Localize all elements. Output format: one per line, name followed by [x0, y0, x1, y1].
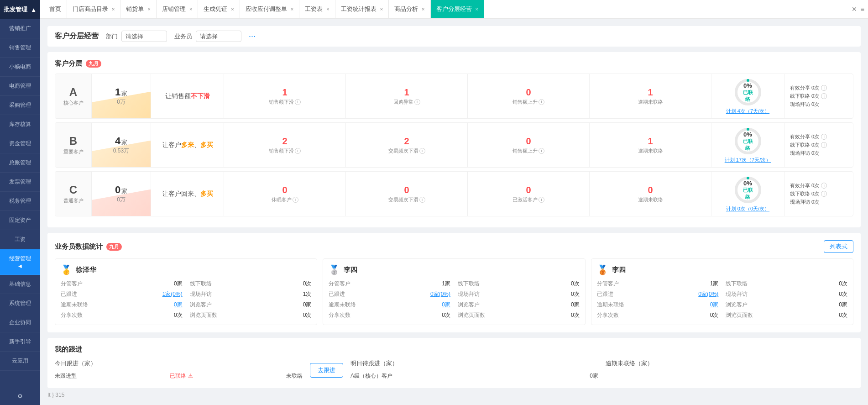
- info-icon[interactable]: i: [821, 191, 827, 197]
- tab-payroll-report[interactable]: 工资统计报表 ×: [335, 0, 389, 18]
- tier-stat-c-2[interactable]: 0 已激活客户 i: [468, 172, 590, 216]
- tab-menu-icon[interactable]: ≡: [861, 5, 864, 13]
- tier-count-b[interactable]: 4 家 0.53万: [92, 123, 151, 167]
- follow-grid: 今日跟进（家） 未跟进型 已联络 ⚠ 未联络 去跟进 明日待跟进（家） A级（核…: [55, 359, 853, 381]
- sp-stats-2: 分管客户 1家 线下联络 0次 已跟进 0家(0%) 现场拜访: [597, 280, 847, 319]
- sp-stat-row: 分管客户 1家: [329, 280, 450, 288]
- tab-sales-order[interactable]: 销货单 ×: [120, 0, 156, 18]
- tier-count-a[interactable]: 1 家 0万: [92, 74, 151, 118]
- sidebar-item-guide[interactable]: 新手引导: [0, 332, 40, 352]
- close-icon[interactable]: ×: [326, 6, 329, 12]
- sidebar-item-sales[interactable]: 销售管理: [0, 38, 40, 58]
- sidebar-item-invoice[interactable]: 发票管理: [0, 173, 40, 192]
- sp-stat-row: 逾期未联络 0家: [61, 301, 183, 309]
- info-icon[interactable]: i: [821, 183, 827, 189]
- close-icon[interactable]: ×: [189, 6, 192, 12]
- tab-customer-tier[interactable]: 客户分层经营 ×: [431, 0, 484, 18]
- my-follow-title: 我的跟进: [55, 345, 853, 354]
- sp-card-0: 🥇 徐泽华 分管客户 0家 线下联络 0次 已跟进: [55, 258, 317, 325]
- tab-product-analysis[interactable]: 商品分析 ×: [389, 0, 430, 18]
- sidebar-item-system[interactable]: 系统管理: [0, 294, 40, 313]
- sidebar-item-finance[interactable]: 资金管理: [0, 134, 40, 153]
- sidebar-item-base-info[interactable]: 基础信息: [0, 275, 40, 294]
- info-icon[interactable]: i: [821, 142, 827, 148]
- circle-plan-link-a[interactable]: 计划 4次（7天/次）: [726, 108, 769, 114]
- tier-stat-c-1[interactable]: 0 交易频次下滑 i: [346, 172, 468, 216]
- more-filters-button[interactable]: ···: [249, 32, 256, 41]
- info-icon[interactable]: i: [539, 99, 544, 105]
- tier-stat-a-0[interactable]: 1 销售额下滑 i: [224, 74, 346, 118]
- tier-action-c: 让客户回来、多买: [151, 172, 224, 216]
- tier-circle-b: 0% 已联络 计划 17次（7天/次）: [711, 123, 784, 167]
- tab-close-all-icon[interactable]: ✕: [852, 5, 857, 13]
- sidebar-item-assets[interactable]: 固定资产: [0, 211, 40, 230]
- info-icon[interactable]: i: [821, 85, 827, 91]
- info-icon[interactable]: i: [414, 99, 420, 105]
- tab-payroll[interactable]: 工资表 ×: [299, 0, 335, 18]
- sidebar-item-ecommerce-small[interactable]: 小畅电商: [0, 58, 40, 77]
- info-icon[interactable]: i: [821, 93, 827, 99]
- info-icon[interactable]: i: [539, 148, 544, 154]
- close-icon[interactable]: ×: [422, 6, 424, 12]
- sp-stat-row: 分享次数 0次: [329, 311, 450, 319]
- tier-stat-c-3[interactable]: 0 逾期未联络: [590, 172, 711, 216]
- sidebar-item-inventory[interactable]: 库存核算: [0, 115, 40, 134]
- sidebar-item-purchase[interactable]: 采购管理: [0, 96, 40, 115]
- my-follow-section: 我的跟进 今日跟进（家） 未跟进型 已联络 ⚠ 未联络 去跟进 明日待跟进（家）: [47, 338, 861, 388]
- close-icon[interactable]: ×: [231, 6, 234, 12]
- close-icon[interactable]: ×: [380, 6, 383, 12]
- sidebar-item-ledger[interactable]: 总账管理: [0, 153, 40, 173]
- info-icon[interactable]: i: [295, 148, 301, 154]
- tier-stat-c-0[interactable]: 0 休眠客户 i: [224, 172, 346, 216]
- tier-stat-a-1[interactable]: 1 回购异常 i: [346, 74, 468, 118]
- tier-stat-b-1[interactable]: 2 交易频次下滑 i: [346, 123, 468, 167]
- sp-stat-row: 现场拜访 1次: [190, 290, 312, 298]
- tab-ap-adjustment[interactable]: 应收应付调整单 ×: [240, 0, 299, 18]
- info-icon[interactable]: i: [419, 197, 425, 203]
- tab-generate-voucher[interactable]: 生成凭证 ×: [198, 0, 240, 18]
- sp-stat-row: 已跟进 1家(0%): [61, 290, 183, 298]
- close-icon[interactable]: ×: [291, 6, 293, 12]
- sidebar-item-ecommerce[interactable]: 电商管理: [0, 77, 40, 96]
- list-view-button[interactable]: 列表式: [824, 240, 853, 253]
- sidebar-item-collab[interactable]: 企业协同: [0, 313, 40, 332]
- tab-home[interactable]: 首页: [44, 0, 67, 18]
- follow-row: A级（核心）客户 0家: [350, 371, 598, 381]
- sidebar-item-operations[interactable]: 经营管理 ◀: [0, 249, 40, 275]
- info-icon[interactable]: i: [293, 197, 298, 203]
- tier-circle-c: 0% 已联络 计划 0次（0天/次）: [711, 172, 784, 216]
- sidebar-item-payroll[interactable]: 工资: [0, 230, 40, 249]
- dept-select[interactable]: 请选择: [121, 31, 167, 42]
- close-icon[interactable]: ×: [147, 6, 150, 12]
- info-icon[interactable]: i: [419, 148, 425, 154]
- sales-label: 业务员: [174, 32, 192, 41]
- close-icon[interactable]: ×: [476, 6, 478, 12]
- tier-stat-a-3[interactable]: 1 逾期未联络: [590, 74, 711, 118]
- sidebar-header[interactable]: 批发管理 ▲: [0, 0, 40, 19]
- tier-count-c[interactable]: 0 家 0万: [92, 172, 151, 216]
- tab-store-management[interactable]: 店铺管理 ×: [157, 0, 198, 18]
- info-icon[interactable]: i: [539, 197, 544, 203]
- go-follow-button[interactable]: 去跟进: [310, 363, 343, 378]
- tab-store-products[interactable]: 门店商品目录 ×: [67, 0, 120, 18]
- close-icon[interactable]: ×: [112, 6, 115, 12]
- sidebar-settings-button[interactable]: ⚙: [0, 387, 40, 405]
- sp-card-header-1: 🥈 李四: [329, 264, 579, 275]
- tier-label-b: B 重要客户: [55, 123, 92, 167]
- info-icon[interactable]: i: [821, 134, 827, 140]
- sp-stat-row: 线下联络 0次: [190, 280, 312, 288]
- circle-plan-link-c[interactable]: 计划 0次（0天/次）: [726, 206, 769, 211]
- tier-stat-b-3[interactable]: 1 逾期未联络: [590, 123, 711, 167]
- sp-stat-row: 浏览页面数 0次: [726, 311, 847, 319]
- tier-stat-b-0[interactable]: 2 销售额下滑 i: [224, 123, 346, 167]
- sidebar-item-cloud[interactable]: 云应用: [0, 352, 40, 371]
- circle-plan-link-b[interactable]: 计划 17次（7天/次）: [725, 157, 771, 163]
- sidebar-collapse-icon[interactable]: ▲: [31, 6, 37, 13]
- info-icon[interactable]: i: [295, 99, 301, 105]
- sidebar-item-marketing[interactable]: 营销推广: [0, 19, 40, 38]
- tier-stat-a-2[interactable]: 0 销售额上升 i: [468, 74, 590, 118]
- sp-stats-0: 分管客户 0家 线下联络 0次 已跟进 1家(0%) 现场拜访: [61, 280, 311, 319]
- sidebar-item-tax[interactable]: 税务管理: [0, 192, 40, 211]
- sales-select[interactable]: 请选择: [196, 31, 241, 42]
- tier-stat-b-2[interactable]: 0 销售额上升 i: [468, 123, 590, 167]
